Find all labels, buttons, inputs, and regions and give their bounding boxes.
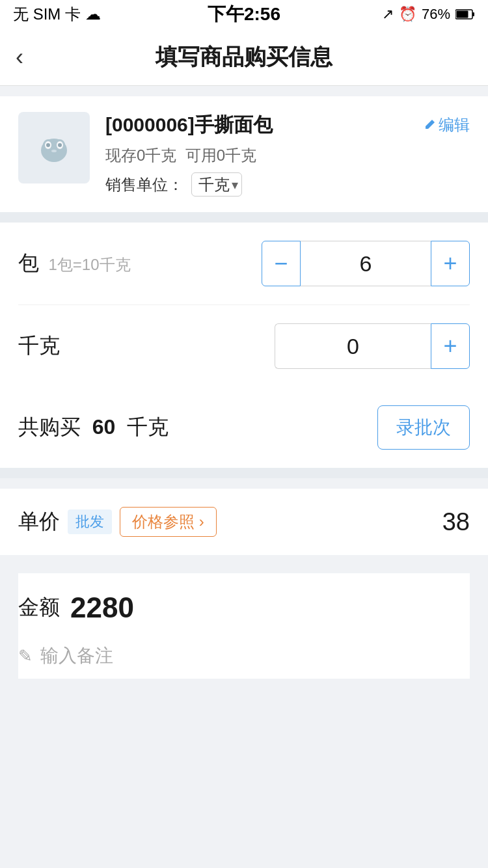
price-section: 单价 批发 价格参照 › 38 xyxy=(0,489,488,555)
price-label: 单价 xyxy=(18,508,60,536)
package-row: 包 1包=10千克 − + xyxy=(18,223,470,305)
spacer xyxy=(0,679,488,868)
total-row: 共购买 60 千克 录批次 xyxy=(0,387,488,468)
kg-plus-button[interactable]: + xyxy=(431,323,470,369)
battery-icon xyxy=(455,9,475,20)
kg-quantity-input[interactable] xyxy=(275,323,431,369)
status-bar: 无 SIM 卡 ☁ 下午2:56 ↗ ⏰ 76% xyxy=(0,0,488,29)
package-quantity-control: − + xyxy=(262,241,470,286)
package-hint: 1包=10千克 xyxy=(48,256,130,273)
svg-point-10 xyxy=(51,150,57,152)
divider-2 xyxy=(0,468,488,478)
price-value: 38 xyxy=(442,508,470,536)
location-icon: ↗ xyxy=(382,6,394,23)
package-quantity-input[interactable] xyxy=(301,241,431,286)
unit-select-wrapper[interactable]: 千克 xyxy=(191,172,242,197)
total-amount: 60 xyxy=(92,415,116,439)
svg-point-9 xyxy=(58,143,62,147)
alarm-icon: ⏰ xyxy=(399,6,416,23)
remark-icon: ✎ xyxy=(18,646,33,666)
product-name: [0000006]手撕面包 xyxy=(105,112,470,139)
product-image xyxy=(18,112,90,183)
battery-text: 76% xyxy=(422,6,450,23)
product-info: [0000006]手撕面包 现存0千克 可用0千克 销售单位： 千克 xyxy=(105,112,470,197)
sim-status: 无 SIM 卡 ☁ xyxy=(13,4,101,25)
price-ref-button[interactable]: 价格参照 › xyxy=(120,507,217,537)
package-label-area: 包 1包=10千克 xyxy=(18,249,131,278)
kg-row: 千克 + xyxy=(18,305,470,387)
kg-label: 千克 xyxy=(18,334,60,357)
amount-row: 金额 2280 xyxy=(18,591,470,631)
divider-1 xyxy=(0,212,488,223)
total-text: 共购买 60 千克 xyxy=(18,413,169,442)
unit-label: 销售单位： xyxy=(105,174,183,195)
package-plus-button[interactable]: + xyxy=(431,241,470,286)
batch-button[interactable]: 录批次 xyxy=(377,405,470,450)
price-label-area: 单价 批发 价格参照 › xyxy=(18,507,217,537)
svg-point-8 xyxy=(46,143,50,147)
nav-bar: ‹ 填写商品购买信息 xyxy=(0,29,488,86)
status-left: 无 SIM 卡 ☁ xyxy=(13,4,101,25)
product-card: [0000006]手撕面包 现存0千克 可用0千克 销售单位： 千克 编辑 xyxy=(0,96,488,212)
back-button[interactable]: ‹ xyxy=(16,44,23,71)
product-stock: 现存0千克 可用0千克 xyxy=(105,145,470,166)
price-row: 单价 批发 价格参照 › 38 xyxy=(18,507,470,537)
svg-rect-2 xyxy=(457,11,468,18)
remark-row[interactable]: ✎ 输入备注 xyxy=(18,644,470,679)
kg-label-area: 千克 xyxy=(18,332,60,360)
package-minus-button[interactable]: − xyxy=(262,241,301,286)
package-label: 包 xyxy=(18,251,39,275)
remark-placeholder[interactable]: 输入备注 xyxy=(40,644,113,668)
unit-select[interactable]: 千克 xyxy=(191,172,242,197)
kg-quantity-control: + xyxy=(275,323,470,369)
price-tag: 批发 xyxy=(68,509,112,534)
amount-section: 金额 2280 ✎ 输入备注 xyxy=(0,555,488,679)
product-unit-row: 销售单位： 千克 xyxy=(105,172,470,197)
input-section: 包 1包=10千克 − + 千克 + xyxy=(0,223,488,387)
amount-value: 2280 xyxy=(70,591,134,624)
amount-label: 金额 xyxy=(18,593,60,622)
status-right: ↗ ⏰ 76% xyxy=(382,6,475,23)
page-title: 填写商品购买信息 xyxy=(156,42,332,72)
edit-link[interactable]: 编辑 xyxy=(423,115,470,135)
status-time: 下午2:56 xyxy=(208,2,280,27)
svg-rect-1 xyxy=(472,12,474,16)
